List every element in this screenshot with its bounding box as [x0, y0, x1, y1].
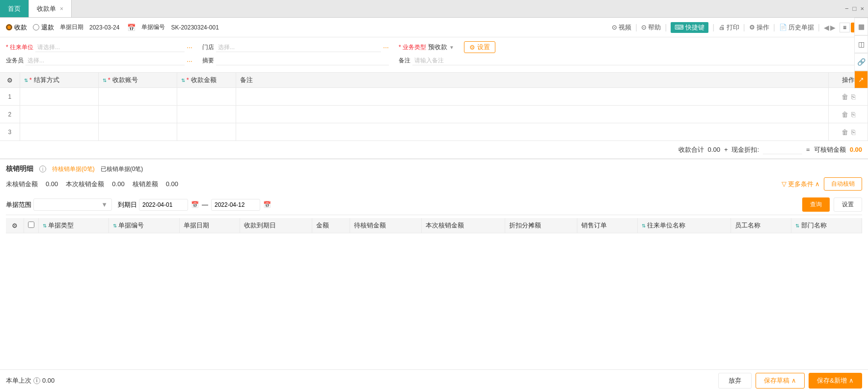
print-btn[interactable]: 🖨 打印 — [719, 23, 739, 32]
business-type-select[interactable]: 预收款 ▼ — [428, 43, 454, 52]
unit-input[interactable] — [35, 43, 185, 52]
note-input[interactable] — [412, 56, 862, 65]
date-range-dash: — — [202, 201, 208, 208]
account-cell-3[interactable] — [98, 123, 177, 141]
unverified-value: 0.00 — [46, 180, 58, 188]
copy-icon-2[interactable]: ⎘ — [851, 111, 855, 118]
date-to-input[interactable] — [211, 199, 260, 211]
shortcut-btn[interactable]: ⌨ 快捷键 — [671, 22, 708, 33]
summary-input[interactable] — [216, 56, 389, 65]
th-doc-number: ⇅ 单据编号 — [109, 218, 180, 233]
copy-icon-3[interactable]: ⎘ — [851, 128, 855, 136]
sidebar-layout-icon[interactable]: ◫ — [854, 35, 868, 53]
history-btn[interactable]: 📄 历史单据 — [779, 23, 814, 32]
staff-more-btn[interactable]: ··· — [187, 57, 192, 65]
th-current-verify: 本次核销金额 — [422, 218, 505, 233]
settlement-sort-icon[interactable]: ⇅ — [24, 78, 28, 83]
filter-buttons: 查询 设置 — [802, 197, 862, 212]
th-discount: 折扣分摊额 — [505, 218, 577, 233]
staff-input[interactable] — [26, 56, 185, 65]
amount-cell-3[interactable] — [177, 123, 236, 141]
settlement-cell-2[interactable] — [20, 106, 98, 123]
calendar-from-icon[interactable]: 📅 — [191, 201, 199, 208]
auto-verify-btn[interactable]: 自动核销 — [824, 177, 862, 191]
account-cell-2[interactable] — [98, 106, 177, 123]
help-btn[interactable]: ⊙ 帮助 — [641, 23, 661, 32]
sep2: | — [665, 23, 667, 32]
done-tab[interactable]: 已核销单据(0笔) — [101, 165, 143, 173]
th-sales-order: 销售订单 — [577, 218, 637, 233]
account-cell-1[interactable] — [98, 88, 177, 106]
dept-sort[interactable]: ⇅ — [795, 223, 799, 228]
refund-radio-label[interactable]: 退款 — [33, 23, 54, 32]
minimize-btn[interactable]: − — [845, 5, 849, 12]
table-gear-th[interactable]: ⚙ — [0, 73, 20, 88]
sidebar-expand-icon[interactable]: ↗ — [854, 71, 868, 88]
calendar-to-icon[interactable]: 📅 — [263, 201, 271, 208]
date-from-input[interactable] — [139, 199, 188, 211]
account-sort-icon[interactable]: ⇅ — [103, 78, 107, 83]
window-controls: − □ × — [845, 5, 868, 12]
staff-label: 业务员 — [6, 56, 24, 65]
list-view-btn[interactable]: ≡ — [840, 23, 850, 32]
store-input[interactable] — [216, 43, 381, 52]
query-btn[interactable]: 查询 — [802, 197, 830, 212]
pending-tab[interactable]: 待核销单据(0笔) — [52, 165, 95, 173]
more-conditions-btn[interactable]: ▽ 更多条件 ∧ — [782, 180, 820, 189]
date-label: 单据日期 — [60, 23, 83, 31]
amount-cell-1[interactable] — [177, 88, 236, 106]
operation-btn[interactable]: ⚙ 操作 — [749, 23, 769, 32]
delete-icon-3[interactable]: 🗑 — [841, 128, 848, 136]
range-select[interactable]: ▼ — [33, 198, 112, 211]
verification-section: 核销明细 i 待核销单据(0笔) 已核销单据(0笔) 未核销金额 0.00 本次… — [0, 159, 868, 233]
amount-cell-2[interactable] — [177, 106, 236, 123]
date-filter: 到期日 📅 — 📅 — [118, 199, 271, 211]
amount-sort-icon[interactable]: ⇅ — [181, 78, 185, 83]
calendar-icon[interactable]: 📅 — [127, 24, 136, 31]
tab-close-icon[interactable]: × — [60, 5, 63, 12]
draft-btn[interactable]: 保存草稿 ∧ — [756, 373, 805, 389]
video-btn[interactable]: ⊙ 视频 — [612, 23, 631, 32]
bottom-gear-th[interactable]: ⚙ — [6, 218, 24, 233]
note-cell-2[interactable] — [236, 106, 829, 123]
refund-radio[interactable] — [33, 24, 39, 30]
delete-icon-2[interactable]: 🗑 — [841, 111, 848, 118]
form-row-2: 业务员 ··· 摘要 备注 — [6, 56, 862, 65]
history-icon: 📄 — [779, 24, 787, 31]
operation-icon: ⚙ — [749, 24, 755, 31]
discount-input[interactable] — [763, 145, 802, 154]
copy-icon-1[interactable]: ⎘ — [851, 93, 855, 101]
info-icon[interactable]: i — [39, 166, 46, 172]
store-more-btn[interactable]: ··· — [383, 43, 389, 51]
abandon-btn[interactable]: 放弃 — [718, 373, 752, 389]
sep3: | — [712, 23, 714, 32]
settings-button[interactable]: ⚙ 设置 — [464, 41, 495, 53]
save-new-btn[interactable]: 保存&新增 ∧ — [809, 373, 862, 389]
sidebar-table-icon[interactable]: ▦ — [854, 18, 868, 35]
doc-num-sort[interactable]: ⇅ — [113, 223, 117, 228]
row-num-3: 3 — [0, 123, 20, 141]
sidebar-link-icon[interactable]: 🔗 — [854, 53, 868, 71]
prev-arrow[interactable]: ◀ — [824, 24, 829, 31]
tab-home[interactable]: 首页 — [0, 0, 28, 17]
note-cell-1[interactable] — [236, 88, 829, 106]
filter-settings-btn[interactable]: 设置 — [834, 197, 862, 212]
receipt-radio-label[interactable]: 收款 — [6, 23, 27, 32]
settlement-cell-1[interactable] — [20, 88, 98, 106]
tab-current[interactable]: 收款单 × — [28, 0, 72, 17]
delete-icon-1[interactable]: 🗑 — [841, 93, 848, 101]
unit-name-sort[interactable]: ⇅ — [642, 223, 646, 228]
footer-info-icon[interactable]: ℹ — [33, 377, 40, 384]
next-arrow[interactable]: ▶ — [830, 24, 836, 31]
verification-header: 核销明细 i 待核销单据(0笔) 已核销单据(0笔) — [6, 165, 862, 173]
close-btn[interactable]: × — [860, 5, 864, 12]
restore-btn[interactable]: □ — [853, 5, 857, 12]
unit-more-btn[interactable]: ··· — [187, 43, 192, 51]
store-field: 门店 ··· — [202, 43, 389, 52]
filter-icon: ▽ — [782, 180, 787, 188]
doc-type-sort[interactable]: ⇅ — [43, 223, 47, 228]
settlement-cell-3[interactable] — [20, 123, 98, 141]
select-all-checkbox[interactable] — [28, 222, 34, 228]
receipt-radio[interactable] — [6, 24, 12, 30]
note-cell-3[interactable] — [236, 123, 829, 141]
